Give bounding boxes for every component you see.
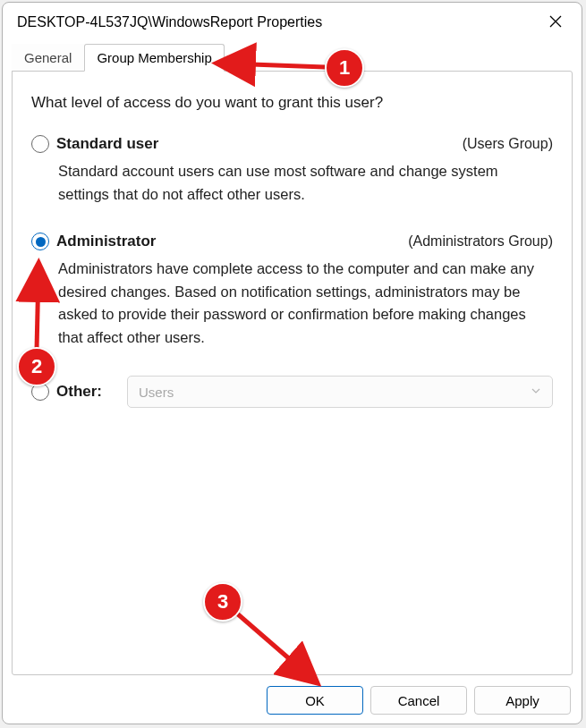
radio-icon (31, 135, 49, 153)
dialog-footer: OK Cancel Apply (267, 686, 571, 715)
radio-standard[interactable]: Standard user (31, 135, 158, 153)
option-standard-label: Standard user (56, 135, 158, 153)
properties-dialog: DESKTOP-4L537JQ\WindowsReport Properties… (2, 2, 582, 724)
close-button[interactable] (542, 9, 569, 36)
close-icon (548, 13, 563, 33)
window-title: DESKTOP-4L537JQ\WindowsReport Properties (17, 14, 322, 30)
option-other-label: Other: (56, 383, 102, 401)
option-admin-label: Administrator (56, 233, 156, 250)
radio-icon (31, 233, 49, 250)
titlebar: DESKTOP-4L537JQ\WindowsReport Properties (3, 3, 582, 42)
radio-administrator[interactable]: Administrator (31, 233, 156, 250)
option-admin-desc: Administrators have complete access to t… (58, 258, 546, 349)
option-standard-desc: Standard account users can use most soft… (58, 160, 546, 206)
option-standard-row: Standard user (Users Group) (31, 135, 553, 153)
other-group-dropdown[interactable]: Users (127, 376, 553, 408)
tab-general[interactable]: General (12, 44, 84, 72)
cancel-button[interactable]: Cancel (370, 686, 467, 715)
option-other-row: Other: Users (31, 376, 553, 408)
ok-button[interactable]: OK (267, 686, 363, 715)
radio-icon (31, 383, 49, 401)
apply-button[interactable]: Apply (474, 686, 571, 715)
tab-panel-content: What level of access do you want to gran… (12, 71, 573, 675)
chevron-down-icon (531, 385, 541, 399)
radio-other[interactable]: Other: (31, 383, 102, 401)
tab-group-membership[interactable]: Group Membership (84, 44, 224, 72)
option-admin-group: (Administrators Group) (408, 233, 553, 250)
dropdown-value: Users (139, 385, 174, 400)
access-question: What level of access do you want to gran… (31, 94, 553, 112)
tabstrip: General Group Membership (3, 42, 582, 71)
option-standard-group: (Users Group) (463, 136, 553, 152)
option-admin-row: Administrator (Administrators Group) (31, 233, 553, 250)
